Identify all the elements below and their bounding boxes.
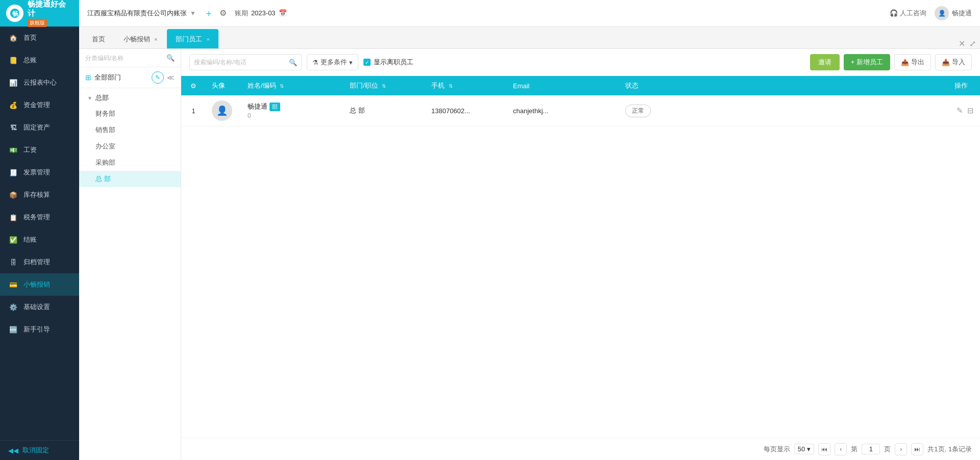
col-avatar-header: 头像 [206, 76, 241, 95]
sidebar-item-inventory[interactable]: 📦 库存核算 [0, 184, 79, 206]
tab-home[interactable]: 首页 [83, 29, 114, 48]
row-actions: ✎ ⊟ [721, 95, 980, 126]
pagination-bar: 每页显示 50 ▾ ⏮ ‹ 第 页 › ⏭ 共1页, 1条记录 [181, 438, 980, 460]
dept-edit-button[interactable]: ✎ [152, 71, 164, 84]
dept-item-finance[interactable]: 财务部 [79, 106, 181, 122]
sidebar-item-archive[interactable]: 🗄 归档管理 [0, 251, 79, 273]
tab-dept-close-icon[interactable]: × [206, 36, 209, 42]
dept-search-bar: 🔍 [79, 49, 181, 67]
sidebar-item-checkout[interactable]: ✅ 结账 [0, 228, 79, 251]
invite-button[interactable]: 邀请 [810, 54, 840, 70]
edit-employee-button[interactable]: ✎ [957, 106, 963, 115]
employee-search-bar: 🔍 [189, 54, 302, 70]
row-status: 正常 [619, 95, 721, 126]
dept-search-input[interactable] [85, 55, 166, 62]
import-button[interactable]: 📥 导入 [935, 54, 972, 70]
user-menu[interactable]: 👤 畅捷通 [935, 6, 972, 20]
close-tab-button[interactable]: ✕ [959, 39, 965, 48]
per-page-arrow-icon: ▾ [807, 445, 811, 453]
more-filter-button[interactable]: ⚗ 更多条件 ▾ [307, 54, 358, 70]
row-dept: 总 部 [344, 95, 425, 126]
employee-table-wrapper: ⚙ 头像 姓名/编码 ⇅ 部门/职位 ⇅ [181, 76, 980, 438]
guide-icon: 🆕 [8, 324, 18, 335]
sidebar-item-reports[interactable]: 📊 云报表中心 [0, 71, 79, 94]
checkout-icon: ✅ [8, 235, 18, 245]
dept-item-office[interactable]: 办公室 [79, 138, 181, 155]
col-name-header[interactable]: 姓名/编码 ⇅ [241, 76, 344, 95]
add-employee-button[interactable]: + 新增员工 [844, 54, 890, 70]
col-status-header: 状态 [619, 76, 721, 95]
tabs-right-buttons: ✕ ⤢ [959, 39, 980, 48]
company-selector[interactable]: 江西服宝精品有限责任公司内账张 ▼ [87, 9, 196, 18]
sidebar-item-expense[interactable]: 💳 小畅报销 [0, 273, 79, 296]
sort-phone-icon: ⇅ [449, 83, 453, 89]
add-company-button[interactable]: ＋ [204, 7, 213, 19]
employee-search-input[interactable] [194, 59, 289, 66]
first-page-button[interactable]: ⏮ [818, 443, 830, 455]
sidebar-item-assets[interactable]: 🏗 固定资产 [0, 116, 79, 139]
sidebar-item-ledger[interactable]: 📒 总账 [0, 49, 79, 71]
settings-icon: ⚙️ [8, 302, 18, 312]
dept-item-general[interactable]: 总 部 [79, 171, 181, 187]
reports-icon: 📊 [8, 78, 18, 88]
col-email-header: Email [507, 76, 619, 95]
employee-avatar: 👤 [212, 100, 232, 121]
prev-page-button[interactable]: ‹ [835, 443, 847, 455]
row-name: 畅捷通 部 0 [241, 95, 344, 126]
topbar: 江西服宝精品有限责任公司内账张 ▼ ＋ ⚙ 账期 2023-03 📅 🎧 人工咨… [79, 0, 980, 27]
user-avatar: 👤 [935, 6, 949, 20]
topbar-right: 🎧 人工咨询 👤 畅捷通 [890, 6, 972, 20]
col-dept-header[interactable]: 部门/职位 ⇅ [344, 76, 425, 95]
dept-search-icon[interactable]: 🔍 [166, 54, 175, 62]
checkbox-icon [363, 59, 371, 66]
unpin-button[interactable]: ◀◀ 取消固定 [0, 440, 79, 460]
calendar-icon[interactable]: 📅 [279, 9, 287, 17]
row-phone: 138070602... [425, 95, 507, 126]
company-dropdown-icon: ▼ [190, 10, 196, 17]
row-index: 1 [181, 95, 206, 126]
sidebar-item-settings[interactable]: ⚙️ 基础设置 [0, 296, 79, 318]
tab-expense-close-icon[interactable]: × [154, 36, 157, 42]
status-badge: 正常 [625, 105, 651, 117]
total-records: 共1页, 1条记录 [927, 445, 972, 454]
content-area: 🔍 ⊞ 全部部门 ✎ ≪ ▼ 总部 财务部 销售部 [79, 49, 980, 460]
dept-collapse-icon[interactable]: ≪ [167, 73, 175, 82]
dept-item-sales[interactable]: 销售部 [79, 122, 181, 138]
tab-expense[interactable]: 小畅报销 × [115, 29, 166, 48]
assets-icon: 🏗 [8, 122, 18, 133]
dept-group-head[interactable]: ▼ 总部 [79, 90, 181, 106]
tabs-bar: 首页 小畅报销 × 部门员工 × ✕ ⤢ [79, 27, 980, 49]
col-phone-header[interactable]: 手机 ⇅ [425, 76, 507, 95]
expand-tab-button[interactable]: ⤢ [969, 39, 976, 48]
next-page-button[interactable]: › [895, 443, 907, 455]
table-row: 1 👤 畅捷通 部 0 总 部 [181, 95, 980, 126]
col-settings[interactable]: ⚙ [181, 76, 206, 95]
page-number-input[interactable] [862, 444, 880, 454]
sidebar-item-guide[interactable]: 🆕 新手引导 [0, 318, 79, 341]
sidebar-logo: 畅 畅捷通好会计 旗舰版 [0, 0, 79, 27]
per-page-select[interactable]: 50 ▾ [794, 444, 814, 454]
export-button[interactable]: 📤 导出 [894, 54, 931, 70]
more-employee-button[interactable]: ⊟ [967, 106, 974, 115]
employee-search-icon[interactable]: 🔍 [289, 59, 297, 66]
inventory-icon: 📦 [8, 190, 18, 200]
filter-arrow-icon: ▾ [349, 59, 353, 66]
sidebar-item-salary[interactable]: 💵 工资 [0, 139, 79, 161]
sidebar-item-tax[interactable]: 📋 税务管理 [0, 206, 79, 228]
employee-dept-tag: 部 [270, 103, 280, 111]
filter-icon: ⚗ [312, 59, 318, 66]
export-icon: 📤 [901, 59, 909, 66]
tax-icon: 📋 [8, 212, 18, 222]
funds-icon: 💰 [8, 100, 18, 110]
tab-dept-employees[interactable]: 部门员工 × [167, 29, 218, 48]
headset-icon: 🎧 [890, 9, 898, 17]
sidebar-item-invoice[interactable]: 🧾 发票管理 [0, 161, 79, 184]
sidebar-item-home[interactable]: 🏠 首页 [0, 27, 79, 49]
last-page-button[interactable]: ⏭ [911, 443, 923, 455]
sidebar-item-funds[interactable]: 💰 资金管理 [0, 94, 79, 116]
dept-item-purchase[interactable]: 采购部 [79, 155, 181, 171]
settings-gear-icon[interactable]: ⚙ [219, 8, 227, 18]
employee-panel: 🔍 ⚗ 更多条件 ▾ 显示离职员工 邀请 + 新增员工 [181, 49, 980, 460]
show-resigned-checkbox[interactable]: 显示离职员工 [363, 58, 413, 67]
service-button[interactable]: 🎧 人工咨询 [890, 9, 926, 18]
